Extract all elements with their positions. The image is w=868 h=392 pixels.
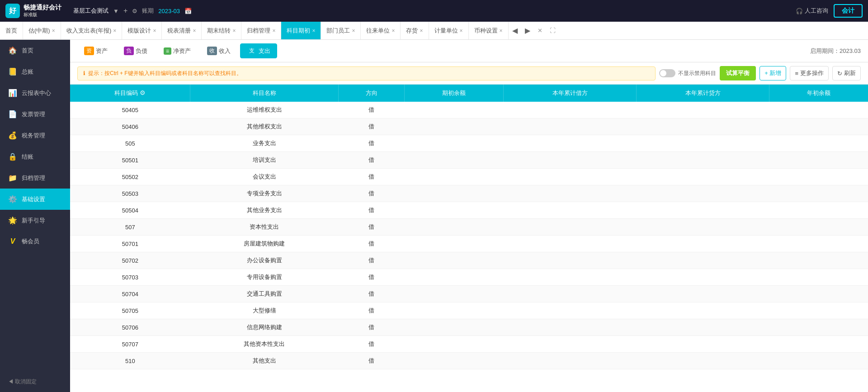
cell-opening-balance [404,118,504,135]
tab-close-period-end[interactable]: × [232,28,236,34]
sidebar-item-tax[interactable]: 💰 税务管理 [0,125,70,146]
sidebar-item-ledger[interactable]: 📒 总账 [0,61,70,82]
subtab-income[interactable]: 收 收入 [200,43,237,58]
calendar-icon[interactable]: 📅 [184,8,192,14]
cell-ytd-credit [637,202,769,219]
refresh-btn[interactable]: ↻ 刷新 [832,66,861,80]
sidebar-item-cloud-report[interactable]: 📊 云报表中心 [0,82,70,104]
cell-name: 其他业务支出 [190,202,339,219]
table-row[interactable]: 50702 办公设备购置 借 [70,252,868,269]
subtab-expense[interactable]: 支 支出 [240,43,277,58]
table-row[interactable]: 50503 专项业务支出 借 [70,185,868,202]
cell-ytd-credit [637,185,769,202]
period-label: 账期 [142,7,154,15]
tab-close-subject-init[interactable]: × [312,28,315,34]
tab-period-end[interactable]: 期末结转 × [202,22,241,40]
company-name[interactable]: 基层工会测试 [73,7,108,15]
table-row[interactable]: 50701 房屋建筑物购建 借 [70,236,868,252]
table-row[interactable]: 50703 专用设备购置 借 [70,269,868,286]
tab-next-btn[interactable]: ▶ [521,22,534,40]
sidebar-label-close: 结账 [22,153,33,161]
calculate-btn[interactable]: 试算平衡 [720,66,756,80]
sidebar-pin-btn[interactable]: ◀ 取消固定 [0,372,70,392]
add-btn[interactable]: + 新增 [760,66,786,80]
cell-opening-balance [404,169,504,185]
subtab-liability[interactable]: 负 负债 [117,43,154,58]
customer-service-btn[interactable]: 🎧 人工咨询 [796,7,828,15]
table-row[interactable]: 50405 运维维权支出 借 [70,102,868,118]
table-row[interactable]: 50704 交通工具购置 借 [70,286,868,302]
sidebar-item-home[interactable]: 🏠 首页 [0,40,70,61]
subtab-asset[interactable]: 资 资产 [77,43,114,58]
tab-archive[interactable]: 归档管理 × [241,22,281,40]
tab-close-currency[interactable]: × [500,28,503,34]
tab-department[interactable]: 部门员工 × [321,22,361,40]
toggle-knob [660,70,666,76]
table-row[interactable]: 50705 大型修缮 借 [70,302,868,319]
tab-close-interim[interactable]: × [52,28,55,34]
sidebar-item-invoice[interactable]: 📄 发票管理 [0,104,70,125]
sidebar-label-guide: 新手引导 [22,217,45,225]
cell-ytd-credit [637,118,769,135]
account-button[interactable]: 会计 [834,4,863,18]
tab-subject-init[interactable]: 科目期初 × [281,22,321,40]
sidebar-item-settings[interactable]: ⚙️ 基础设置 [0,189,70,210]
cell-ytd-credit [637,302,769,319]
tab-counterpart[interactable]: 往来单位 × [361,22,401,40]
table-row[interactable]: 50707 其他资本性支出 借 [70,336,868,353]
tab-close-all-btn[interactable]: ✕ [534,22,546,40]
tab-close-template[interactable]: × [153,28,156,34]
asset-icon: 资 [84,47,94,55]
sidebar-label-cloud-report: 云报表中心 [22,89,51,97]
tab-interim[interactable]: 估(中期) × [23,22,61,40]
sidebar-item-archive[interactable]: 📁 归档管理 [0,167,70,189]
table-row[interactable]: 50706 信息网络购建 借 [70,319,868,336]
tab-income[interactable]: 收入支出表(年报) × [61,22,123,40]
tab-template[interactable]: 模版设计 × [122,22,162,40]
tab-home[interactable]: 首页 [0,22,23,40]
cell-name: 专用设备购置 [190,269,339,286]
settings-icon[interactable]: ⚙ [132,8,137,14]
sidebar-item-vip[interactable]: V 畅会员 [0,231,70,252]
tab-inventory[interactable]: 存货 × [401,22,429,40]
cell-beginning-balance [769,236,868,252]
cell-code: 50406 [70,118,190,135]
table-row[interactable]: 50502 会议支出 借 [70,169,868,185]
cell-ytd-credit [637,152,769,169]
subtab-net-asset[interactable]: ≡ 净资产 [157,44,198,58]
cell-beginning-balance [769,118,868,135]
tab-close-counterpart[interactable]: × [392,28,395,34]
cell-name: 业务支出 [190,135,339,152]
table-row[interactable]: 505 业务支出 借 [70,135,868,152]
sidebar-item-guide[interactable]: 🌟 新手引导 [0,210,70,231]
tab-close-inventory[interactable]: × [420,28,423,34]
disable-toggle[interactable] [659,69,675,77]
table-row[interactable]: 510 其他支出 借 [70,353,868,369]
tab-currency[interactable]: 币种设置 × [469,22,509,40]
tab-close-department[interactable]: × [352,28,355,34]
more-btn[interactable]: ≡ 更多操作 [790,66,829,80]
tab-close-tax[interactable]: × [193,28,196,34]
dropdown-icon[interactable]: ▼ [113,8,119,14]
tab-close-income[interactable]: × [113,28,116,34]
tab-close-archive[interactable]: × [272,28,275,34]
top-bar-middle: 基层工会测试 ▼ + ⚙ 账期 2023-03 📅 [73,7,791,15]
cell-ytd-credit [637,236,769,252]
table-row[interactable]: 50504 其他业务支出 借 [70,202,868,219]
add-icon[interactable]: + [123,7,127,15]
table-row[interactable]: 50406 其他维权支出 借 [70,118,868,135]
period-value: 2023-03 [158,8,180,14]
cell-ytd-credit [637,336,769,353]
tab-close-unit[interactable]: × [460,28,463,34]
tab-unit[interactable]: 计量单位 × [429,22,469,40]
th-code: 科目编码 ⚙ [70,85,190,102]
tab-maximize-btn[interactable]: ⛶ [546,22,559,40]
th-ytd-credit: 本年累计贷方 [637,85,769,102]
sidebar-item-close[interactable]: 🔒 结账 [0,146,70,167]
tab-tax[interactable]: 税表清册 × [162,22,202,40]
column-settings-icon[interactable]: ⚙ [140,89,146,96]
cell-direction: 借 [339,319,405,336]
tab-prev-btn[interactable]: ◀ [509,22,521,40]
table-row[interactable]: 507 资本性支出 借 [70,219,868,236]
table-row[interactable]: 50501 培训支出 借 [70,152,868,169]
